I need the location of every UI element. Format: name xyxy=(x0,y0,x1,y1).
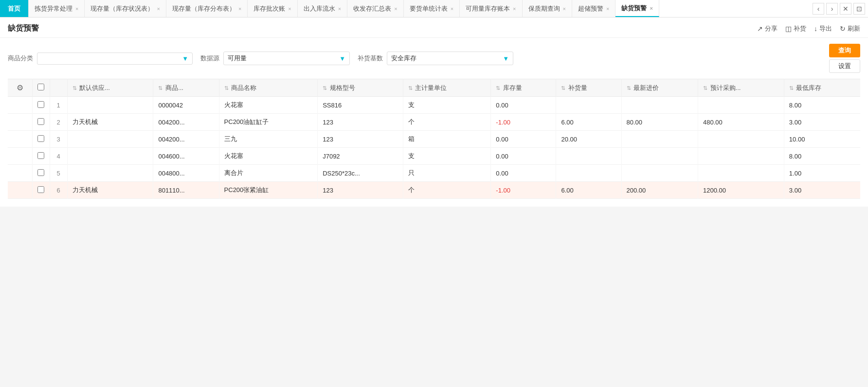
tab-batch-account-close[interactable]: × xyxy=(288,6,291,12)
tab-batch-account[interactable]: 库存批次账 × xyxy=(248,0,297,17)
th-min-stock-label: 最低库存 xyxy=(796,84,821,91)
product-code-sort-icon[interactable]: ⇅ xyxy=(158,85,163,91)
replenish-sort-icon[interactable]: ⇅ xyxy=(561,85,565,91)
th-latest-price-label: 最新进价 xyxy=(633,84,659,91)
row-num: 6 xyxy=(50,182,67,199)
share-button[interactable]: ↗ 分享 xyxy=(757,24,778,33)
tab-shortage-warning[interactable]: 缺货预警 × xyxy=(615,0,659,17)
spec-sort-icon[interactable]: ⇅ xyxy=(323,85,327,91)
estimated-purchase-sort-icon[interactable]: ⇅ xyxy=(703,85,707,91)
tab-available-ledger-label: 可用量库存账本 xyxy=(466,4,510,13)
row-checkbox-cell xyxy=(32,97,50,114)
row-product-name: 三九 xyxy=(219,131,318,148)
row-checkbox[interactable] xyxy=(37,152,44,159)
row-num: 1 xyxy=(50,97,67,114)
tab-home[interactable]: 首页 xyxy=(0,0,29,17)
data-table: ⚙ ⇅ 默认供应... ⇅ 商品... ⇅ xyxy=(8,79,860,199)
tab-shortage-warning-label: 缺货预警 xyxy=(621,4,647,13)
row-stock: -1.00 xyxy=(491,182,556,199)
latest-price-sort-icon[interactable]: ⇅ xyxy=(627,85,631,91)
row-replenish: 6.00 xyxy=(556,182,621,199)
th-product-name: ⇅ 商品名称 xyxy=(219,79,318,97)
export-label: 导出 xyxy=(819,24,832,33)
tab-inventory-dist-close[interactable]: × xyxy=(238,6,241,12)
row-product-name: 火花塞 xyxy=(219,97,318,114)
product-name-sort-icon[interactable]: ⇅ xyxy=(224,85,229,91)
datasource-select-value: 可用量 xyxy=(228,54,247,63)
row-checkbox[interactable] xyxy=(37,135,44,142)
export-icon: ↓ xyxy=(814,25,817,33)
select-all-checkbox[interactable] xyxy=(37,84,44,90)
tab-inventory-dist[interactable]: 现存量（库存分布表） × xyxy=(166,0,248,17)
th-unit: ⇅ 主计量单位 xyxy=(403,79,491,97)
table-container: ⚙ ⇅ 默认供应... ⇅ 商品... ⇅ xyxy=(0,79,868,207)
category-filter-group: 商品分类 ▼ xyxy=(8,53,193,65)
th-checkbox xyxy=(32,79,50,97)
tab-expand-button[interactable]: ⊡ xyxy=(853,3,865,15)
tab-expiry-query-label: 保质期查询 xyxy=(528,4,560,13)
tab-inventory-dist-label: 现存量（库存分布表） xyxy=(172,4,235,13)
th-estimated-purchase: ⇅ 预计采购... xyxy=(698,79,784,97)
th-supplier: ⇅ 默认供应... xyxy=(67,79,153,97)
settings-button[interactable]: 设置 xyxy=(829,59,860,73)
tab-overstock-warning-close[interactable]: × xyxy=(606,6,609,12)
tab-recv-summary-close[interactable]: × xyxy=(394,6,397,12)
row-spec: SS816 xyxy=(318,97,403,114)
row-spec: 123 xyxy=(318,114,403,131)
row-checkbox[interactable] xyxy=(37,101,44,108)
settings-gear-icon[interactable]: ⚙ xyxy=(17,84,23,92)
tab-abnormal-close[interactable]: × xyxy=(75,6,78,12)
replenish-button[interactable]: ◫ 补货 xyxy=(785,24,806,33)
row-stock: 0.00 xyxy=(491,148,556,165)
th-replenish-label: 补货量 xyxy=(568,84,587,91)
tab-available-ledger[interactable]: 可用量库存账本 × xyxy=(460,0,522,17)
tab-shortage-warning-close[interactable]: × xyxy=(650,5,652,11)
tab-prev-button[interactable]: ‹ xyxy=(813,3,824,15)
tab-overstock-warning[interactable]: 超储预警 × xyxy=(572,0,615,17)
row-product-code: 004200... xyxy=(153,131,219,148)
row-unit: 箱 xyxy=(403,131,491,148)
category-select[interactable]: ▼ xyxy=(37,53,193,65)
tab-expiry-query[interactable]: 保质期查询 × xyxy=(523,0,572,17)
filter-bar: 商品分类 ▼ 数据源 可用量 ▼ 补货基数 安全库存 ▼ 查询 设置 xyxy=(0,38,868,79)
row-checkbox[interactable] xyxy=(37,118,44,125)
row-product-name: PC200张紧油缸 xyxy=(219,182,318,199)
tab-demand-stats-close[interactable]: × xyxy=(451,6,453,12)
row-checkbox[interactable] xyxy=(37,186,44,193)
replenish-base-select[interactable]: 安全库存 ▼ xyxy=(387,52,513,65)
tab-inout-flow-close[interactable]: × xyxy=(338,6,341,12)
supplier-sort-icon[interactable]: ⇅ xyxy=(72,85,77,91)
row-num: 5 xyxy=(50,165,67,182)
datasource-select[interactable]: 可用量 ▼ xyxy=(223,52,350,65)
tab-available-ledger-close[interactable]: × xyxy=(513,6,516,12)
tab-inout-flow[interactable]: 出入库流水 × xyxy=(298,0,347,17)
row-stock: 0.00 xyxy=(491,97,556,114)
row-latest-price: 200.00 xyxy=(621,182,698,199)
stock-sort-icon[interactable]: ⇅ xyxy=(496,85,500,91)
page-title: 缺货预警 xyxy=(8,23,757,34)
row-latest-price xyxy=(621,148,698,165)
tab-navigation: ‹ › ✕ ⊡ xyxy=(812,3,868,15)
row-min-stock: 3.00 xyxy=(784,114,860,131)
row-product-code: 004200... xyxy=(153,114,219,131)
tab-next-button[interactable]: › xyxy=(826,3,838,15)
tab-abnormal-label: 拣货异常处理 xyxy=(35,4,72,13)
th-stock: ⇅ 库存量 xyxy=(491,79,556,97)
tab-inventory-status-close[interactable]: × xyxy=(157,6,160,12)
row-checkbox[interactable] xyxy=(37,169,44,176)
tab-abnormal[interactable]: 拣货异常处理 × xyxy=(29,0,85,17)
query-button[interactable]: 查询 xyxy=(829,44,860,57)
tab-expiry-query-close[interactable]: × xyxy=(563,6,566,12)
refresh-button[interactable]: ↻ 刷新 xyxy=(840,24,860,33)
tab-recv-summary[interactable]: 收发存汇总表 × xyxy=(347,0,403,17)
export-button[interactable]: ↓ 导出 xyxy=(814,24,832,33)
row-supplier xyxy=(67,165,153,182)
tab-inventory-status[interactable]: 现存量（库存状况表） × xyxy=(85,0,166,17)
unit-sort-icon[interactable]: ⇅ xyxy=(408,85,413,91)
category-select-arrow: ▼ xyxy=(182,55,188,62)
replenish-base-filter-label: 补货基数 xyxy=(358,54,383,63)
tab-demand-stats[interactable]: 要货单统计表 × xyxy=(404,0,460,17)
tab-close-button[interactable]: ✕ xyxy=(840,3,851,15)
min-stock-sort-icon[interactable]: ⇅ xyxy=(789,85,794,91)
row-product-name: 离合片 xyxy=(219,165,318,182)
